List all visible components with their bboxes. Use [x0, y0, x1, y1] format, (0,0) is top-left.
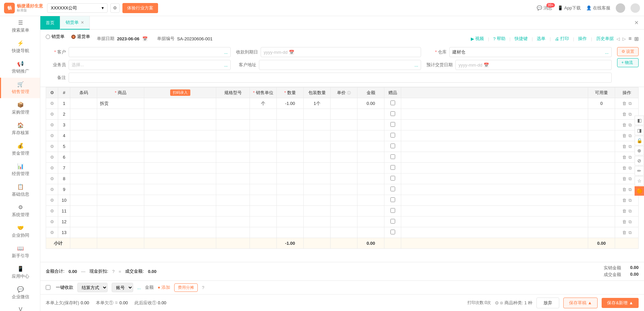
warehouse-input[interactable]: 建材仓 ...: [449, 47, 611, 57]
sidebar-item-guide[interactable]: 📖 新手引导: [0, 242, 40, 262]
row-packqty[interactable]: [304, 130, 331, 141]
delete-icon[interactable]: 🗑: [622, 208, 627, 213]
sidebar-item-basics[interactable]: 📋 基础信息: [0, 180, 40, 201]
select-link[interactable]: 选单: [537, 36, 545, 42]
gift-checkbox[interactable]: [390, 165, 395, 170]
calc-method-select[interactable]: 结算方式: [77, 283, 108, 292]
row-gear[interactable]: ⚙: [46, 206, 58, 217]
copy-icon[interactable]: ⧉: [629, 187, 632, 192]
row-unit[interactable]: [250, 130, 277, 141]
row-gift[interactable]: [384, 227, 401, 238]
fee-help-icon[interactable]: ?: [202, 285, 204, 290]
avatar[interactable]: [616, 3, 625, 13]
due-date-calendar-icon[interactable]: 📅: [289, 50, 294, 55]
print-link[interactable]: 🖨 打印: [555, 36, 569, 42]
row-gift[interactable]: [384, 163, 401, 173]
nav-prev-icon[interactable]: ◁: [616, 36, 620, 41]
row-gift[interactable]: [384, 141, 401, 152]
row-packqty[interactable]: [304, 227, 331, 238]
row-barcode[interactable]: [70, 227, 97, 238]
row-unit[interactable]: [250, 217, 277, 227]
row-gear[interactable]: ⚙: [46, 227, 58, 238]
row-amount[interactable]: [357, 120, 384, 130]
row-spec[interactable]: [216, 141, 250, 152]
row-amount[interactable]: [357, 130, 384, 141]
row-amount[interactable]: [357, 141, 384, 152]
app-download-button[interactable]: 📱 App下载: [558, 5, 581, 11]
row-unit[interactable]: [250, 227, 277, 238]
gift-checkbox[interactable]: [390, 187, 395, 191]
row-gift[interactable]: [384, 98, 401, 109]
row-gear[interactable]: ⚙: [46, 109, 58, 120]
row-goods[interactable]: 拆贡: [97, 98, 144, 109]
row-qty[interactable]: [277, 163, 304, 173]
row-packqty[interactable]: 1个: [304, 98, 331, 109]
float-layout1-btn[interactable]: ◧: [635, 116, 644, 125]
nav-next-icon[interactable]: ▷: [622, 36, 626, 41]
row-gift[interactable]: [384, 120, 401, 130]
discard-button[interactable]: 放弃: [536, 298, 559, 308]
row-packqty[interactable]: [304, 195, 331, 206]
row-gear[interactable]: ⚙: [46, 173, 58, 184]
row-gift[interactable]: [384, 184, 401, 195]
history-link[interactable]: 历史单据: [596, 36, 614, 42]
row-gift[interactable]: [384, 195, 401, 206]
row-unit[interactable]: [250, 152, 277, 163]
radio-sales[interactable]: [46, 35, 50, 39]
row-packqty[interactable]: [304, 152, 331, 163]
row-price[interactable]: [331, 120, 357, 130]
gear-button[interactable]: ⚙: [110, 3, 120, 13]
due-date-input[interactable]: yyyy-mm-dd 📅: [261, 47, 421, 57]
row-spec[interactable]: [216, 163, 250, 173]
customer-addr-input[interactable]: ...: [259, 60, 421, 70]
row-gear[interactable]: ⚙: [46, 98, 58, 109]
float-edit-btn[interactable]: ✏: [635, 166, 644, 176]
copy-icon[interactable]: ⧉: [629, 144, 632, 149]
gift-checkbox[interactable]: [390, 101, 395, 105]
row-qty[interactable]: [277, 130, 304, 141]
scan-btn[interactable]: 扫码录入: [170, 89, 190, 96]
salesperson-input[interactable]: 选择... ...: [69, 60, 231, 70]
row-barcode[interactable]: [70, 163, 97, 173]
row-spec[interactable]: [216, 152, 250, 163]
row-gear[interactable]: ⚙: [46, 217, 58, 227]
sidebar-item-member[interactable]: V 畅会员: [0, 303, 40, 311]
warehouse-dots[interactable]: ...: [605, 50, 609, 55]
row-price[interactable]: [331, 163, 357, 173]
row-barcode[interactable]: [70, 152, 97, 163]
copy-icon[interactable]: ⧉: [629, 176, 632, 182]
row-goods[interactable]: [97, 130, 144, 141]
delete-icon[interactable]: 🗑: [622, 133, 627, 138]
expected-date-input[interactable]: yyyy-mm-dd 📅: [455, 60, 611, 70]
radio-sales-label[interactable]: 销货单: [46, 34, 65, 40]
row-amount[interactable]: [357, 227, 384, 238]
copy-icon[interactable]: ⧉: [629, 219, 632, 225]
row-packqty[interactable]: [304, 184, 331, 195]
delete-icon[interactable]: 🗑: [622, 101, 627, 106]
row-gear[interactable]: ⚙: [46, 184, 58, 195]
sidebar-item-purchase[interactable]: 📦 采购管理: [0, 98, 40, 119]
row-price[interactable]: [331, 109, 357, 120]
row-price[interactable]: [331, 217, 357, 227]
sidebar-item-collab[interactable]: 🤝 企业协同: [0, 221, 40, 242]
row-goods[interactable]: [97, 227, 144, 238]
radio-return-label[interactable]: 退货单: [71, 34, 90, 40]
row-packqty[interactable]: [304, 163, 331, 173]
fee-split-button[interactable]: 费用分摊: [174, 283, 198, 292]
row-price[interactable]: [331, 195, 357, 206]
row-price[interactable]: [331, 184, 357, 195]
copy-icon[interactable]: ⧉: [629, 122, 632, 128]
row-spec[interactable]: [216, 227, 250, 238]
row-goods[interactable]: [97, 206, 144, 217]
account-dots[interactable]: ...: [137, 285, 141, 290]
row-packqty[interactable]: [304, 206, 331, 217]
gift-checkbox[interactable]: [390, 230, 395, 234]
delete-icon[interactable]: 🗑: [622, 219, 627, 224]
float-note-btn[interactable]: ⊘: [635, 156, 644, 165]
row-gear[interactable]: ⚙: [46, 163, 58, 173]
row-qty[interactable]: [277, 227, 304, 238]
copy-icon[interactable]: ⧉: [629, 112, 632, 117]
row-unit[interactable]: [250, 120, 277, 130]
delete-icon[interactable]: 🗑: [622, 230, 627, 235]
gift-checkbox[interactable]: [390, 176, 395, 181]
